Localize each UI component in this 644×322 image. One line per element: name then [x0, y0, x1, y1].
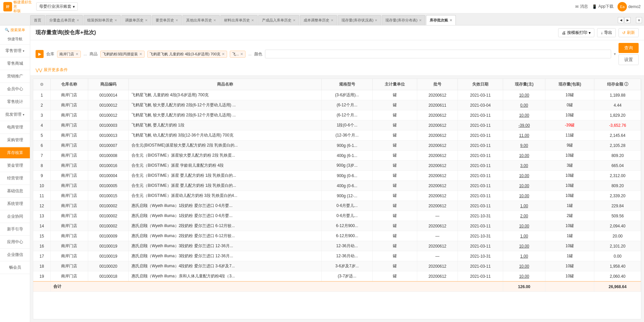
sidebar-item-10[interactable]: 经营管理	[0, 173, 30, 184]
sidebar-item-7[interactable]: 采购管理	[0, 135, 30, 146]
warehouse-tag-1-remove[interactable]: ✕	[75, 52, 78, 56]
tab-item-10[interactable]: 现存量(库存分布表)✕	[382, 15, 425, 25]
warehouse-more[interactable]: ...	[84, 52, 87, 56]
cell-qty-main[interactable]: 1.00	[503, 231, 545, 241]
tab-close-icon[interactable]: ✕	[114, 18, 117, 22]
cell-expire: 2021-10-31	[458, 251, 503, 261]
sidebar-item-6[interactable]: 电商管理	[0, 122, 30, 133]
cell-qty-main[interactable]: 10.00	[503, 151, 545, 161]
tab-next-btn[interactable]: ▶	[625, 17, 631, 23]
tab-close-icon[interactable]: ✕	[213, 18, 216, 22]
search-menu-btn[interactable]: 🔍 搜索菜单	[0, 25, 30, 35]
warehouse-tag-1[interactable]: 南岸门店 ✕	[57, 51, 81, 58]
product-tag-2[interactable]: 飞鹤星飞帆 儿童奶粉 4段(3-6岁适用) 700克 ✕	[147, 51, 227, 58]
cell-code: 00100012	[88, 100, 128, 110]
cell-qty-main[interactable]: 10.00	[503, 241, 545, 251]
sidebar-item-9[interactable]: 资金管理	[0, 160, 30, 171]
cell-warehouse: 南岸门店	[50, 191, 88, 201]
tab-item-7[interactable]: 产成品入库单历史✕	[258, 15, 299, 25]
sidebar-divider	[0, 44, 30, 45]
tab-close-icon[interactable]: ✕	[293, 18, 296, 22]
expand-more-btn[interactable]: ⋁⋁ 展开更多条件	[36, 67, 639, 73]
product-tag-1-remove[interactable]: ✕	[139, 52, 142, 56]
cell-qty-main[interactable]: 10.00	[503, 181, 545, 191]
sidebar-item-16[interactable]: 企业微信	[0, 249, 30, 260]
tab-close-icon[interactable]: ✕	[175, 18, 178, 22]
quick-nav-btn[interactable]: 快捷导航	[0, 35, 30, 44]
tab-close-icon[interactable]: ✕	[331, 18, 333, 22]
tab-close-all-btn[interactable]: ✕	[636, 17, 642, 23]
cell-qty-main[interactable]: 10.00	[503, 271, 545, 282]
tab-prev-btn[interactable]: ◀	[618, 17, 624, 23]
refresh-btn[interactable]: ↺ 刷新	[619, 28, 639, 37]
tab-close-icon[interactable]: ✕	[76, 18, 79, 22]
cell-qty-main[interactable]: -39.00	[503, 120, 545, 130]
product-tag-3-remove[interactable]: ✕	[240, 52, 243, 56]
col-settings[interactable]: ⚙	[33, 79, 50, 90]
cell-warehouse: 南岸门店	[50, 181, 88, 191]
sidebar-item-1[interactable]: 零售商城	[0, 58, 30, 69]
sidebar-item-12[interactable]: 系统管理	[0, 198, 30, 209]
sidebar-item-8[interactable]: 库存核算	[0, 147, 30, 158]
cell-qty-main[interactable]: 10.00	[503, 221, 545, 231]
cell-name: 惠氏启颐（Wyeth illuma）2段奶粉 爱尔兰进口 6-12月较...	[129, 231, 322, 241]
tab-item-3[interactable]: 调拨单历史✕	[121, 15, 151, 25]
account-selector[interactable]: 母婴行业演示账套 ▾	[36, 2, 78, 11]
cell-qty-main[interactable]: 9.00	[503, 141, 545, 151]
message-btn[interactable]: ✉ 消息	[575, 4, 588, 9]
sidebar-item-3[interactable]: 会员中心	[0, 84, 30, 95]
sidebar-item-5[interactable]: 批发管理▾	[0, 109, 30, 120]
tab-item-5[interactable]: 其他出库单历史✕	[182, 15, 220, 25]
sidebar-item-2[interactable]: 营销推广	[0, 71, 30, 82]
cell-qty-pkg: 10罐	[545, 181, 594, 191]
sidebar-item-14[interactable]: 新手引导	[0, 224, 30, 235]
export-btn[interactable]: ↓ 导出	[597, 28, 616, 37]
cell-qty-main[interactable]: 2.00	[503, 211, 545, 221]
tab-label: 调拨单历史	[125, 18, 144, 23]
cell-qty-main[interactable]: 0.00	[503, 100, 545, 110]
product-more[interactable]: ...	[248, 52, 252, 56]
query-btn[interactable]: 查询	[619, 43, 639, 53]
product-tag-2-remove[interactable]: ✕	[222, 52, 225, 56]
cell-qty-main[interactable]: 1.00	[503, 201, 545, 211]
tab-close-icon[interactable]: ✕	[251, 18, 254, 22]
tab-item-1[interactable]: 分量盘点单历史✕	[46, 15, 83, 25]
sidebar-item-13[interactable]: 企业协同	[0, 211, 30, 222]
tab-item-6[interactable]: 材料出库单历史✕	[220, 15, 258, 25]
tab-item-9[interactable]: 现存量(库存状况表)✕	[338, 15, 381, 25]
cell-qty-main[interactable]: 1.00	[503, 251, 545, 261]
product-tag-1[interactable]: 飞鹤奶粉3段丙摆提装 ✕	[100, 51, 145, 58]
tab-close-icon[interactable]: ✕	[145, 18, 148, 22]
template-print-btn[interactable]: 🖨 按模板打印 ▾	[558, 28, 594, 37]
cell-spec: 900g (0-6...	[322, 171, 373, 181]
color-filter-input[interactable]	[265, 50, 611, 58]
tab-item-4[interactable]: 要货单历史✕	[152, 15, 182, 25]
filter-expand-arrow-btn[interactable]: ▶	[36, 50, 44, 58]
sidebar-divider-13	[0, 223, 30, 223]
tab-item-2[interactable]: 组装拆卸单历史✕	[84, 15, 121, 25]
cell-qty-main[interactable]: 10.00	[503, 171, 545, 181]
cell-qty-main[interactable]: 10.00	[503, 90, 545, 100]
app-download-btn[interactable]: 📱 App下载	[592, 4, 613, 9]
tab-close-icon[interactable]: ✕	[375, 18, 377, 22]
sidebar-item-4[interactable]: 零售统计	[0, 96, 30, 107]
sidebar-item-0[interactable]: 零售管理▾	[0, 45, 30, 56]
cell-qty-main[interactable]: 3.00	[503, 161, 545, 171]
cell-qty-main[interactable]: 10.00	[503, 261, 545, 271]
cell-qty-main[interactable]: 10.00	[503, 110, 545, 120]
tab-item-0[interactable]: 首页	[30, 15, 45, 25]
tab-close-icon[interactable]: ✕	[449, 18, 452, 22]
tab-item-8[interactable]: 成本调整单历史✕	[300, 15, 337, 25]
sidebar-item-17[interactable]: 畅会员	[0, 262, 30, 273]
user-menu[interactable]: Ea demo2	[618, 2, 641, 11]
sidebar-item-15[interactable]: 应用中心	[0, 236, 30, 248]
table-row: 3 南岸门店 00100012 飞鹤星飞帆 较大婴儿配方奶粉 2段(6-12个月…	[33, 110, 641, 120]
cell-qty-main[interactable]: 10.00	[503, 191, 545, 201]
tab-close-icon[interactable]: ✕	[419, 18, 422, 22]
cell-name: 飞鹤星飞帆 较大婴儿配方奶粉 2段(6-12个月婴幼儿适用) ...	[129, 100, 322, 110]
setting-btn[interactable]: 设置	[619, 54, 639, 65]
cell-qty-main[interactable]: 11.00	[503, 130, 545, 141]
product-tag-3[interactable]: 飞... ✕	[230, 51, 246, 58]
sidebar-item-11[interactable]: 基础信息	[0, 185, 30, 197]
tab-item-11[interactable]: 库存批次账✕	[426, 15, 456, 25]
